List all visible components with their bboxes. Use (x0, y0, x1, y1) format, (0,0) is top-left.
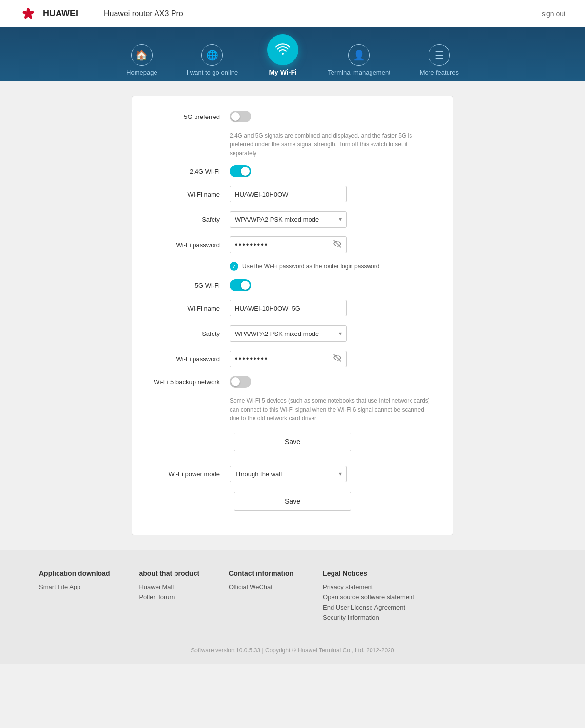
nav-terminal[interactable]: 👤 Terminal management (313, 39, 405, 81)
terminal-icon: 👤 (348, 44, 370, 66)
wifi24-row: 2.4G Wi-Fi (152, 165, 433, 177)
use-wifi-password-check-icon: ✓ (230, 262, 238, 271)
wifi24-label: 2.4G Wi-Fi (152, 168, 230, 175)
wifi-power-mode-select[interactable]: Through the wall Standard Energy saving (230, 466, 347, 482)
wifi-power-mode-select-wrap: Through the wall Standard Energy saving … (230, 466, 347, 482)
wifi-power-mode-control: Through the wall Standard Energy saving … (230, 466, 433, 482)
wifi24-password-input[interactable] (230, 236, 347, 253)
use-wifi-password-label: Use the Wi-Fi password as the router log… (242, 263, 379, 270)
5g-preferred-toggle-wrap (230, 111, 433, 122)
footer: Application download Smart Life App abou… (0, 550, 585, 664)
footer-col-contact-heading: Contact information (229, 570, 293, 577)
logo-area: HUAWEI Huawei router AX3 Pro (20, 5, 183, 22)
wifi24-password-wrap (230, 236, 347, 253)
safety24-select-wrap: WPA/WPA2 PSK mixed mode WPA2 PSK WPA3 SA… (230, 211, 347, 228)
wifi5-name-control (230, 300, 433, 316)
nav-go-online-label: I want to go online (187, 69, 238, 76)
wifi5-name-row: Wi-Fi name (152, 300, 433, 316)
footer-link-eula[interactable]: End User License Agreement (323, 604, 414, 611)
safety5-control: WPA/WPA2 PSK mixed mode WPA2 PSK WPA3 SA… (230, 325, 433, 342)
product-name: Huawei router AX3 Pro (104, 9, 183, 18)
wifi5-backup-track (230, 376, 251, 388)
5g-preferred-hint: 2.4G and 5G signals are combined and dis… (230, 131, 433, 157)
wifi-power-mode-label: Wi-Fi power mode (152, 471, 230, 478)
safety5-row: Safety WPA/WPA2 PSK mixed mode WPA2 PSK … (152, 325, 433, 342)
wifi5-name-input[interactable] (230, 300, 347, 316)
5g-preferred-label: 5G preferred (152, 113, 230, 120)
save1-button[interactable]: Save (234, 433, 351, 451)
settings-card: 5G preferred 2.4G and 5G signals are com… (132, 96, 453, 535)
5g-preferred-track (230, 111, 251, 122)
brand-name: HUAWEI (43, 8, 78, 19)
wifi5-backup-hint: Some Wi-Fi 5 devices (such as some noteb… (230, 396, 433, 423)
wifi5-password-wrap (230, 351, 347, 367)
5g-preferred-thumb (231, 112, 240, 121)
nav-homepage[interactable]: 🏠 Homepage (112, 39, 172, 81)
wifi24-name-row: Wi-Fi name (152, 186, 433, 202)
signout-link[interactable]: sign out (542, 10, 566, 18)
nav-terminal-label: Terminal management (328, 69, 390, 76)
main-content: 5G preferred 2.4G and 5G signals are com… (0, 81, 585, 550)
wifi24-toggle[interactable] (230, 165, 433, 177)
wifi5-backup-toggle[interactable] (230, 376, 433, 388)
safety24-row: Safety WPA/WPA2 PSK mixed mode WPA2 PSK … (152, 211, 433, 228)
wifi5-backup-label: Wi-Fi 5 backup network (152, 378, 230, 386)
safety24-control: WPA/WPA2 PSK mixed mode WPA2 PSK WPA3 SA… (230, 211, 433, 228)
footer-col-app-heading: Application download (39, 570, 110, 577)
wifi-name-label: Wi-Fi name (152, 191, 230, 198)
homepage-icon: 🏠 (131, 44, 153, 66)
wifi5-track (230, 279, 251, 291)
footer-col-legal: Legal Notices Privacy statement Open sou… (323, 570, 414, 624)
wifi-power-mode-row: Wi-Fi power mode Through the wall Standa… (152, 466, 433, 482)
wifi24-thumb (241, 167, 250, 176)
nav-more[interactable]: ☰ More features (405, 39, 473, 81)
go-online-icon: 🌐 (201, 44, 223, 66)
wifi5-toggle[interactable] (230, 279, 433, 291)
5g-preferred-toggle[interactable] (230, 111, 433, 122)
more-icon: ☰ (429, 44, 450, 66)
safety5-select[interactable]: WPA/WPA2 PSK mixed mode WPA2 PSK WPA3 SA… (230, 325, 347, 342)
footer-col-contact: Contact information Official WeChat (229, 570, 293, 624)
wifi5-thumb (241, 281, 250, 290)
save1-row: Save (152, 433, 433, 451)
save2-button[interactable]: Save (234, 492, 351, 511)
safety24-label: Safety (152, 216, 230, 223)
wifi5-row: 5G Wi-Fi (152, 279, 433, 291)
wifi5-password-input[interactable] (230, 351, 347, 367)
nav-my-wifi-label: My Wi-Fi (269, 68, 296, 76)
use-wifi-password-row: ✓ Use the Wi-Fi password as the router l… (230, 262, 433, 271)
wifi24-password-row: Wi-Fi password (152, 236, 433, 253)
main-nav: 🏠 Homepage 🌐 I want to go online My Wi-F… (0, 27, 585, 81)
wifi24-toggle-wrap (230, 165, 433, 177)
wifi24-password-eye-icon[interactable] (333, 239, 342, 250)
footer-link-open-source[interactable]: Open source software statement (323, 593, 414, 601)
nav-go-online[interactable]: 🌐 I want to go online (172, 39, 253, 81)
wifi5-password-eye-icon[interactable] (333, 354, 342, 364)
wifi24-password-control (230, 236, 433, 253)
wifi5-password-control (230, 351, 433, 367)
wifi5-password-label: Wi-Fi password (152, 355, 230, 363)
wifi-password-label: Wi-Fi password (152, 241, 230, 249)
copyright-text: Software version:10.0.5.33 | Copyright ©… (191, 647, 394, 654)
footer-col-app: Application download Smart Life App (39, 570, 110, 624)
my-wifi-icon (267, 34, 298, 65)
wifi5-toggle-wrap (230, 279, 433, 291)
footer-link-privacy[interactable]: Privacy statement (323, 583, 414, 590)
wifi24-name-input[interactable] (230, 186, 347, 202)
huawei-logo-icon (20, 5, 37, 22)
footer-link-smart-life[interactable]: Smart Life App (39, 583, 110, 590)
footer-link-security[interactable]: Security Information (323, 614, 414, 621)
footer-link-pollen[interactable]: Pollen forum (139, 593, 199, 601)
wifi5-name-label: Wi-Fi name (152, 305, 230, 312)
footer-link-huawei-mall[interactable]: Huawei Mall (139, 583, 199, 590)
wifi5-backup-row: Wi-Fi 5 backup network (152, 376, 433, 388)
footer-columns: Application download Smart Life App abou… (39, 570, 546, 624)
wifi5-backup-toggle-wrap (230, 376, 433, 388)
nav-my-wifi[interactable]: My Wi-Fi (253, 33, 313, 81)
save2-row: Save (152, 492, 433, 511)
footer-link-wechat[interactable]: Official WeChat (229, 583, 293, 590)
header: HUAWEI Huawei router AX3 Pro sign out (0, 0, 585, 27)
nav-homepage-label: Homepage (126, 69, 157, 76)
safety24-select[interactable]: WPA/WPA2 PSK mixed mode WPA2 PSK WPA3 SA… (230, 211, 347, 228)
nav-more-label: More features (420, 69, 459, 76)
